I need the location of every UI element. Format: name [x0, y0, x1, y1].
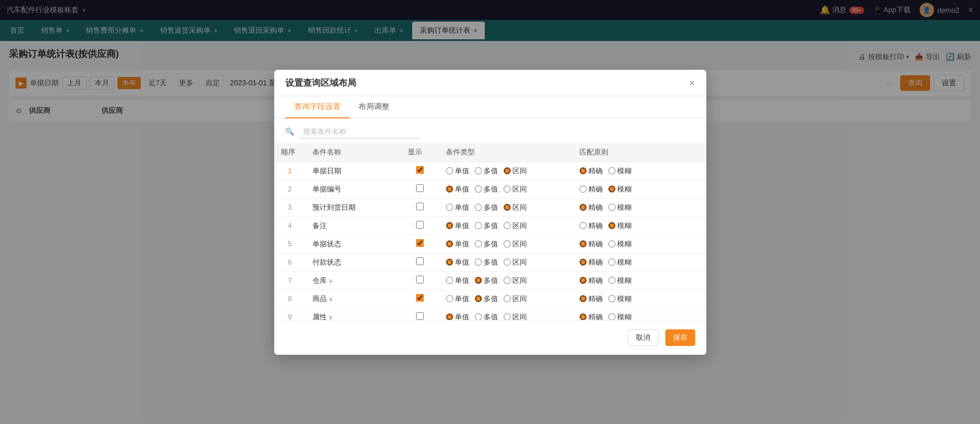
dialog-tab-field-settings[interactable]: 查询字段设置 [285, 96, 350, 118]
dialog-title: 设置查询区域布局 [285, 77, 356, 89]
modal-overlay: 设置查询区域布局 × 查询字段设置 布局调整 🔍 [0, 0, 980, 128]
dialog-tab-bar: 查询字段设置 布局调整 [274, 96, 706, 118]
search-icon: 🔍 [285, 127, 294, 128]
dialog-header: 设置查询区域布局 × [274, 70, 706, 96]
search-input[interactable] [299, 125, 420, 128]
dialog-close-btn[interactable]: × [689, 78, 695, 88]
dialog-body: 查询字段设置 布局调整 🔍 顺序 [274, 96, 706, 128]
search-bar: 🔍 [274, 118, 706, 128]
dialog-tab-layout-adjust[interactable]: 布局调整 [350, 96, 398, 118]
settings-dialog: 设置查询区域布局 × 查询字段设置 布局调整 🔍 [274, 70, 706, 128]
